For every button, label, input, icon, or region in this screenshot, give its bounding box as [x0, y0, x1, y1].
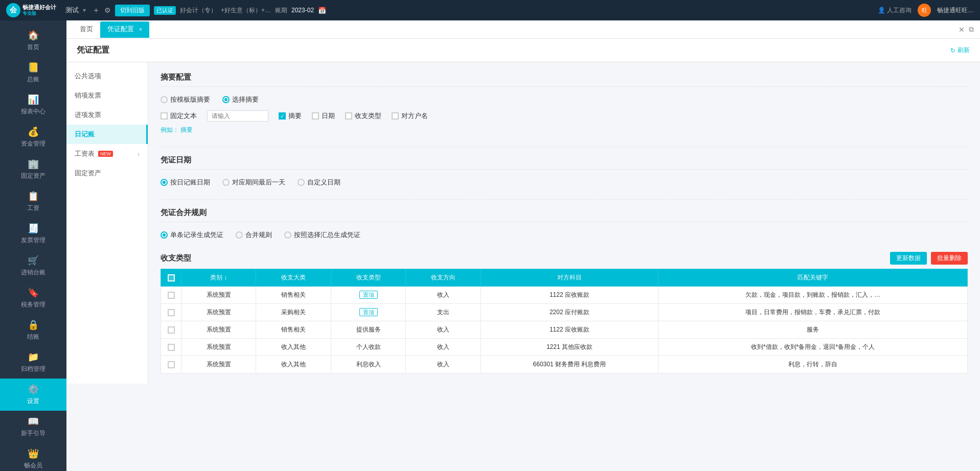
logo-title: 畅捷通好会计	[22, 4, 56, 11]
type-tag-0[interactable]: 置顶	[359, 291, 378, 299]
help-btn[interactable]: 👤 人工咨询	[878, 6, 911, 15]
checkbox-date-box	[312, 112, 319, 120]
calendar-icon[interactable]: 📅	[318, 7, 326, 14]
td-subject-0: 1122 应收账款	[481, 287, 658, 304]
td-direction-4: 收入	[406, 356, 481, 373]
summary-section: 摘要配置 按模板版摘要 选择摘要	[161, 73, 968, 134]
td-keyword-0: 欠款，现金，项目款，到账款，报销款，汇入，…	[658, 287, 968, 304]
checkbox-date[interactable]: 日期	[312, 111, 335, 121]
sidebar-item-ledger[interactable]: 📒总账	[0, 57, 66, 89]
td-category-1: 系统预置	[181, 304, 256, 321]
sidebar-item-home[interactable]: 🏠首页	[0, 25, 66, 57]
tab-voucher-config[interactable]: 凭证配置 ×	[100, 21, 149, 38]
sidebar-item-purchase[interactable]: 🛒进销台账	[0, 250, 66, 282]
sidebar-label-archive: 归档管理	[21, 365, 45, 373]
payroll-icon: 📋	[28, 191, 39, 202]
nav-sales-invoice[interactable]: 销项发票	[66, 86, 148, 105]
td-keyword-1: 项目，日常费用，报销款，车费，承兑汇票，付款	[658, 304, 968, 321]
th-checkbox[interactable]	[161, 269, 181, 287]
radio-single[interactable]: 单条记录生成凭证	[161, 230, 223, 240]
sidebar-item-guide[interactable]: 📖新手引导	[0, 411, 66, 443]
settings-icon: ⚙️	[28, 384, 39, 395]
td-checkbox-1[interactable]	[161, 304, 181, 321]
topbar: 会 畅捷通好会计 专业版 测试 ▾ ＋ ⚙ 切到旧版 已认证 好会计（专） +好…	[0, 0, 980, 20]
refresh-btn[interactable]: ↻ 刷新	[950, 46, 970, 55]
batch-delete-btn[interactable]: 批量删除	[931, 252, 968, 265]
radio-template[interactable]: 按模板版摘要	[161, 95, 210, 104]
th-direction: 收支方向	[406, 269, 481, 287]
date-section: 凭证日期 按日记账日期 对应期间最后一天	[161, 155, 968, 187]
fixed-text-input[interactable]	[207, 110, 268, 122]
td-checkbox-0[interactable]	[161, 287, 181, 304]
radio-select[interactable]: 选择摘要	[222, 95, 259, 104]
sidebar-item-member[interactable]: 👑畅会员	[0, 443, 66, 471]
member-icon: 👑	[28, 448, 39, 459]
sidebar-item-reports[interactable]: 📊报表中心	[0, 89, 66, 121]
td-type-2: 提供服务	[331, 321, 405, 339]
td-checkbox-2[interactable]	[161, 321, 181, 339]
page-title: 凭证配置	[77, 45, 109, 56]
maximize-btn[interactable]: ⧉	[969, 25, 974, 34]
topbar-right: 👤 人工咨询 旺 畅捷通旺旺…	[878, 4, 974, 17]
th-category[interactable]: 类别 ↓	[181, 269, 256, 287]
radio-journal-date[interactable]: 按日记账日期	[161, 178, 210, 187]
radio-select-circle	[222, 96, 230, 103]
update-data-btn[interactable]: 更新数据	[890, 252, 927, 265]
close-icon: 🔒	[28, 319, 39, 331]
sidebar-label-purchase: 进销台账	[21, 268, 45, 277]
checkbox-summary[interactable]: ✓ 摘要	[279, 111, 302, 121]
sidebar-item-archive[interactable]: 📁归档管理	[0, 346, 66, 379]
summary-section-title: 摘要配置	[161, 73, 968, 87]
income-section-title: 收支类型	[161, 253, 191, 263]
settings-icon[interactable]: ⚙	[104, 6, 111, 14]
sidebar-item-funds[interactable]: 💰资金管理	[0, 121, 66, 153]
radio-merge-circle	[236, 231, 243, 239]
sidebar-item-close[interactable]: 🔒结账	[0, 314, 66, 346]
sidebar-item-tax[interactable]: 🔖税务管理	[0, 282, 66, 314]
arrow-icon: ›	[138, 150, 140, 158]
refresh-icon: ↻	[950, 47, 955, 54]
nav-purchase-invoice[interactable]: 进项发票	[66, 105, 148, 125]
add-icon[interactable]: ＋	[92, 5, 100, 16]
haokuai-tag: 好会计（专）	[180, 6, 217, 15]
sidebar-label-home: 首页	[27, 43, 39, 52]
radio-single-circle	[161, 231, 168, 239]
radio-summary-gen[interactable]: 按照选择汇总生成凭证	[284, 230, 360, 240]
checkbox-summary-box: ✓	[279, 112, 286, 120]
layout: 🏠首页📒总账📊报表中心💰资金管理🏢固定资产📋工资🧾发票管理🛒进销台账🔖税务管理🔒…	[0, 20, 980, 471]
switch-version-btn[interactable]: 切到旧版	[115, 5, 150, 16]
close-window-btn[interactable]: ✕	[959, 25, 965, 34]
radio-period-last[interactable]: 对应期间最后一天	[222, 178, 285, 187]
right-content: 摘要配置 按模板版摘要 选择摘要	[148, 62, 980, 384]
radio-custom-date[interactable]: 自定义日期	[298, 178, 340, 187]
nav-journal[interactable]: 日记账	[66, 125, 148, 144]
td-checkbox-3[interactable]	[161, 339, 181, 356]
td-direction-0: 收入	[406, 287, 481, 304]
table-row: 系统预置 销售相关 置顶 收入 1122 应收账款 欠款，现金，项目款，到账款，…	[161, 287, 968, 304]
td-checkbox-4[interactable]	[161, 356, 181, 373]
sidebar-item-invoices[interactable]: 🧾发票管理	[0, 218, 66, 250]
new-badge: NEW	[98, 151, 113, 157]
tab-close-btn[interactable]: ×	[139, 26, 142, 32]
nav-public[interactable]: 公共选项	[66, 66, 148, 86]
sidebar-label-tax: 税务管理	[21, 300, 45, 309]
sidebar-label-ledger: 总账	[27, 75, 39, 84]
checkbox-fixed-text[interactable]: 固定文本	[161, 111, 197, 121]
radio-merge[interactable]: 合并规则	[236, 230, 272, 240]
nav-fixed-assets[interactable]: 固定资产	[66, 163, 148, 183]
nav-payroll[interactable]: 工资表 NEW ›	[66, 144, 148, 163]
company-arrow[interactable]: ▾	[83, 7, 86, 14]
checkbox-type[interactable]: 收支类型	[345, 111, 381, 121]
sidebar-item-settings[interactable]: ⚙️设置	[0, 379, 66, 411]
type-tag-1[interactable]: 置顶	[359, 308, 378, 316]
sidebar-label-funds: 资金管理	[21, 139, 45, 148]
tab-home[interactable]: 首页	[73, 21, 100, 38]
checkbox-counterpart[interactable]: 对方户名	[392, 111, 428, 121]
user-avatar[interactable]: 旺	[918, 4, 931, 17]
td-direction-2: 收入	[406, 321, 481, 339]
tab-actions: ✕ ⧉	[959, 25, 974, 34]
sidebar-item-payroll[interactable]: 📋工资	[0, 185, 66, 218]
td-major-1: 采购相关	[256, 304, 331, 321]
sidebar-label-settings: 设置	[27, 397, 39, 406]
sidebar-item-assets[interactable]: 🏢固定资产	[0, 153, 66, 185]
